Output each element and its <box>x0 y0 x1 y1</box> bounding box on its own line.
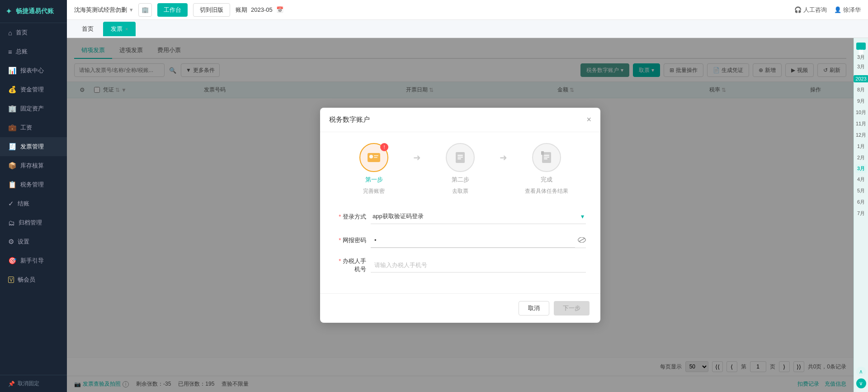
sidebar-item-ledger[interactable]: ≡ 总账 <box>0 42 67 61</box>
switch-version-button[interactable]: 切到旧版 <box>193 3 230 17</box>
sidebar-item-member[interactable]: V 畅会员 <box>0 270 67 289</box>
step-arrow-1: ➜ <box>413 143 421 163</box>
step-3-label: 完成 <box>541 176 552 184</box>
sidebar-item-asset[interactable]: 🏢 固定资产 <box>0 99 67 118</box>
sidebar-item-label: 畅会员 <box>18 276 35 284</box>
inventory-icon: 📦 <box>8 162 17 170</box>
scroll-down-button[interactable]: ∨ <box>856 378 866 388</box>
sidebar-item-label: 首页 <box>16 29 28 37</box>
sidebar-item-guide[interactable]: 🎯 新手引导 <box>0 251 67 270</box>
dialog-title: 税务数字账户 <box>329 115 370 124</box>
phone-input[interactable] <box>371 258 586 272</box>
svg-rect-10 <box>544 157 549 158</box>
select-arrow-icon: ▾ <box>581 213 584 220</box>
rp-month-5[interactable]: 5月 <box>857 186 865 196</box>
sidebar-item-label: 资金管理 <box>20 86 44 94</box>
step-1: ! 第一步 完善账密 <box>335 143 413 195</box>
svg-rect-2 <box>374 155 378 156</box>
svg-line-13 <box>579 238 585 242</box>
rp-month-1[interactable]: 1月 <box>857 142 865 151</box>
tab-invoice[interactable]: 发票 × <box>103 22 136 36</box>
sidebar-item-invoice[interactable]: 🧾 发票管理 <box>0 137 67 156</box>
form-row-password: * 网报密码 <box>335 233 586 248</box>
report-icon: 📊 <box>8 67 17 75</box>
sidebar-item-label: 库存核算 <box>20 162 44 170</box>
scroll-up-button[interactable]: ∧ <box>856 367 866 377</box>
eye-icon[interactable] <box>578 237 586 244</box>
svg-point-1 <box>369 155 373 158</box>
tab-home[interactable]: 首页 <box>74 22 101 36</box>
sidebar-item-close[interactable]: ✓ 结账 <box>0 194 67 213</box>
member-icon: V <box>8 277 14 283</box>
company-icon-btn[interactable]: 🏢 <box>138 3 152 17</box>
dialog-overlay: 税务数字账户 × <box>67 38 854 392</box>
password-label: * 网报密码 <box>335 236 371 244</box>
phone-label: * 办税人手机号 <box>335 257 371 273</box>
settings-icon: ⚙ <box>8 238 14 246</box>
archive-icon: 🗂 <box>8 219 15 227</box>
sidebar-item-fund[interactable]: 💰 资金管理 <box>0 80 67 99</box>
rp-month-7[interactable]: 7月 <box>857 209 865 218</box>
rp-month-prev-2[interactable]: 3月 <box>857 62 865 72</box>
support-button[interactable]: 🎧 人工咨询 <box>794 6 827 14</box>
login-method-select[interactable]: app获取验证码登录 ▾ <box>371 210 586 224</box>
home-icon: ⌂ <box>8 29 12 37</box>
sidebar-cancel-fixed[interactable]: 📌 取消固定 <box>0 375 67 392</box>
step-1-desc: 完善账密 <box>363 187 385 195</box>
period-select-label[interactable]: 期间选择 <box>856 43 866 50</box>
rp-month-2[interactable]: 2月 <box>857 153 865 163</box>
step-2: 第二步 去取票 <box>421 143 500 195</box>
rp-month-8[interactable]: 8月 <box>857 85 865 95</box>
dialog-close-button[interactable]: × <box>586 115 591 124</box>
sidebar-item-archive[interactable]: 🗂 归档管理 <box>0 213 67 232</box>
guide-icon: 🎯 <box>8 257 17 265</box>
sidebar-item-label: 税务管理 <box>20 181 44 189</box>
rp-month-prev-1[interactable]: 3月 <box>857 53 865 62</box>
prev-year-months: 3月 3月 <box>857 53 865 72</box>
sidebar-item-inventory[interactable]: 📦 库存核算 <box>0 156 67 175</box>
sidebar-item-label: 归档管理 <box>19 219 42 227</box>
calendar-icon[interactable]: 📅 <box>276 6 283 13</box>
step-3: 完成 查看具体任务结果 <box>507 143 586 195</box>
tab-invoice-label: 发票 <box>111 25 123 33</box>
password-input[interactable] <box>371 233 575 248</box>
rp-month-10[interactable]: 10月 <box>856 108 866 117</box>
password-input-wrapper <box>371 233 586 248</box>
svg-rect-7 <box>458 158 461 159</box>
svg-rect-6 <box>458 157 463 158</box>
building-icon: 🏢 <box>142 6 149 13</box>
company-selector[interactable]: 沈海英测试经营勿删 ▾ <box>74 6 133 14</box>
workspace-button[interactable]: 工作台 <box>157 3 188 17</box>
close-accounts-icon: ✓ <box>8 200 14 208</box>
rp-month-11[interactable]: 11月 <box>856 119 866 129</box>
cancel-button[interactable]: 取消 <box>519 301 549 316</box>
tab-close-icon[interactable]: × <box>125 26 128 32</box>
sidebar-item-settings[interactable]: ⚙ 设置 <box>0 232 67 251</box>
svg-rect-3 <box>374 157 377 158</box>
rp-month-12[interactable]: 12月 <box>856 130 866 140</box>
sidebar-item-report[interactable]: 📊 报表中心 <box>0 61 67 80</box>
tax-digital-account-dialog: 税务数字账户 × <box>320 108 600 323</box>
rp-month-6[interactable]: 6月 <box>857 197 865 207</box>
sidebar-item-tax[interactable]: 📋 税务管理 <box>0 175 67 194</box>
asset-icon: 🏢 <box>8 105 17 113</box>
step-3-icon <box>532 143 561 172</box>
form-row-phone: * 办税人手机号 <box>335 257 586 273</box>
topbar-right-section: 🎧 人工咨询 👤 徐泽华 <box>794 6 861 14</box>
sidebar-item-payroll[interactable]: 💼 工资 <box>0 118 67 137</box>
steps-indicator: ! 第一步 完善账密 ➜ <box>335 143 586 195</box>
tab-home-label: 首页 <box>82 25 94 33</box>
rp-month-4[interactable]: 4月 <box>857 175 865 184</box>
svg-rect-5 <box>458 155 463 156</box>
payroll-icon: 💼 <box>8 124 17 132</box>
rp-month-9[interactable]: 9月 <box>857 96 865 106</box>
sidebar-item-label: 结账 <box>18 200 29 208</box>
sidebar-item-home[interactable]: ⌂ 首页 <box>0 23 67 42</box>
user-menu[interactable]: 👤 徐泽华 <box>834 6 861 14</box>
sidebar-logo: ✦ 畅捷通易代账 <box>0 0 67 23</box>
ledger-icon: ≡ <box>8 48 12 56</box>
user-icon: 👤 <box>834 6 841 13</box>
main-content: 沈海英测试经营勿删 ▾ 🏢 工作台 切到旧版 账期 2023-05 📅 🎧 人工… <box>67 0 868 392</box>
next-step-button: 下一步 <box>554 301 590 316</box>
rp-month-3-active[interactable]: 3月 <box>855 164 867 173</box>
